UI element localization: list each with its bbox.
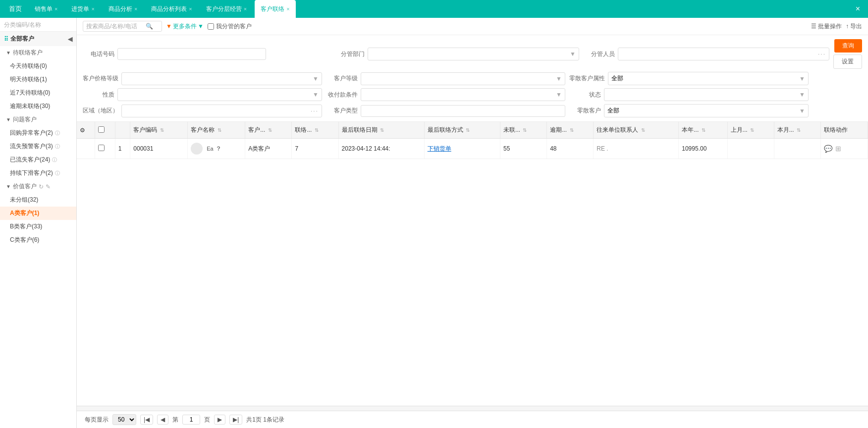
col-last-contact-date-header[interactable]: 最后联络日期 ⇅ xyxy=(338,122,424,139)
qr-icon[interactable]: ⊞ xyxy=(835,145,841,153)
cell-last-contact-method[interactable]: 下销货单 xyxy=(424,139,500,159)
col-settings[interactable]: ⚙ xyxy=(77,122,95,139)
sidebar-collapse-button[interactable]: ◀ xyxy=(68,36,72,43)
filter-field-manager: 分管人员 ··· xyxy=(583,48,829,60)
close-goods-analysis-list-tab[interactable]: × xyxy=(189,6,192,12)
nav-tab-sales[interactable]: 销售单 × xyxy=(29,0,63,18)
col-category-header[interactable]: 客户... ⇅ xyxy=(245,122,292,139)
sidebar-item-today[interactable]: 今天待联络(0) xyxy=(0,59,76,73)
retail-attr-select[interactable]: 全部 ▼ xyxy=(608,72,809,85)
select-all-checkbox[interactable] xyxy=(98,126,105,133)
sidebar-group-problem-customers[interactable]: ▼ 问题客户 xyxy=(0,113,76,126)
sidebar-item-c-class[interactable]: C类客户(6) xyxy=(0,233,76,247)
col-this-year-header[interactable]: 本年... ⇅ xyxy=(679,122,727,139)
close-customer-contact-tab[interactable]: × xyxy=(286,6,289,12)
retail-customer-select[interactable]: 全部 ▼ xyxy=(604,104,809,117)
nav-tab-home[interactable]: 首页 xyxy=(4,4,27,13)
last-page-button[interactable]: ▶| xyxy=(229,415,242,425)
filter-field-phone: 电话号码 xyxy=(83,48,329,60)
horizontal-scrollbar[interactable] xyxy=(77,406,868,411)
cell-no-contact: 55 xyxy=(500,139,547,159)
col-this-month-header[interactable]: 本月... ⇅ xyxy=(774,122,820,139)
info-icon: ⓘ xyxy=(52,157,57,163)
filter-btn-group: 查询 设置 xyxy=(833,39,862,69)
search-button[interactable]: 查询 xyxy=(834,39,862,53)
first-page-button[interactable]: |◀ xyxy=(140,415,153,425)
sidebar-item-7days[interactable]: 近7天待联络(0) xyxy=(0,86,76,100)
sidebar-item-unclassified[interactable]: 未分组(32) xyxy=(0,193,76,207)
page-label: 第 xyxy=(172,416,178,424)
nav-tab-goods-analysis-list[interactable]: 商品分析列表 × xyxy=(145,0,198,18)
sort-icon: ⇅ xyxy=(797,127,801,133)
col-code-header[interactable]: 客户编码 ⇅ xyxy=(130,122,188,139)
col-last-month-header[interactable]: 上月... ⇅ xyxy=(727,122,774,139)
sort-icon: ⇅ xyxy=(641,127,645,133)
filter-search-input[interactable] xyxy=(86,23,146,30)
sidebar-item-b-class[interactable]: B类客户(33) xyxy=(0,220,76,233)
close-goods-analysis-tab[interactable]: × xyxy=(134,6,137,12)
chat-icon[interactable]: 💬 xyxy=(824,145,832,153)
row-checkbox[interactable] xyxy=(98,145,105,151)
col-name-header[interactable]: 客户名称 ⇅ xyxy=(188,122,245,139)
price-grade-select[interactable]: ▼ xyxy=(121,72,322,85)
region-select[interactable]: ··· xyxy=(121,105,322,117)
col-contact-header[interactable]: 联络... ⇅ xyxy=(292,122,338,139)
sidebar-search-bar: 🔍 xyxy=(0,18,76,32)
nav-tab-customer-segment[interactable]: 客户分层经营 × xyxy=(200,0,253,18)
sidebar-item-overdue[interactable]: 逾期未联络(30) xyxy=(0,100,76,113)
sidebar-item-tomorrow[interactable]: 明天待联络(1) xyxy=(0,73,76,86)
status-select[interactable]: ▼ xyxy=(604,88,809,101)
dots-icon: ··· xyxy=(311,107,319,114)
next-page-button[interactable]: ▶ xyxy=(214,415,225,425)
close-all-tabs[interactable]: × xyxy=(852,4,864,13)
customer-type-input[interactable] xyxy=(361,105,565,117)
col-overdue-header[interactable]: 逾期... ⇅ xyxy=(547,122,594,139)
my-customers-checkbox[interactable] xyxy=(208,23,214,30)
export-button[interactable]: ↑ 导出 xyxy=(846,22,862,31)
cell-checkbox[interactable] xyxy=(95,139,115,159)
settings-button[interactable]: 设置 xyxy=(833,54,862,69)
top-navigation: 首页 销售单 × 进货单 × 商品分析 × 商品分析列表 × 客户分层经营 × … xyxy=(0,0,868,18)
col-prev-unit-contact-header[interactable]: 往来单位联系人 ⇅ xyxy=(594,122,679,139)
sidebar-item-continuous-decline[interactable]: 持续下滑客户(2) ⓘ xyxy=(0,166,76,180)
page-input[interactable] xyxy=(182,415,200,425)
customer-grade-label: 客户等级 xyxy=(326,74,361,83)
customer-grade-select[interactable]: ▼ xyxy=(361,72,565,85)
nav-tab-customer-contact[interactable]: 客户联络 × xyxy=(255,0,295,18)
sidebar-item-a-class[interactable]: A类客户(1) xyxy=(0,207,76,220)
dept-select[interactable]: ▼ xyxy=(368,48,579,60)
nature-select[interactable]: ▼ xyxy=(117,88,322,101)
sidebar-search-input[interactable] xyxy=(4,21,77,28)
sidebar-item-loss-risk[interactable]: 流失预警客户(3) ⓘ xyxy=(0,140,76,153)
phone-input[interactable] xyxy=(117,48,266,60)
manager-select[interactable]: ··· xyxy=(618,48,829,60)
edit-icon[interactable]: ✎ xyxy=(46,183,51,190)
cell-last-contact-date: 2023-04-12 14:44: xyxy=(338,139,424,159)
filter-search-icon[interactable]: 🔍 xyxy=(146,23,153,30)
batch-op-button[interactable]: ☰ 批量操作 xyxy=(811,22,842,31)
sidebar-group-value-customers[interactable]: ▼ 价值客户 ↻ ✎ xyxy=(0,180,76,193)
retail-attr-label: 零散客户属性 xyxy=(569,74,608,83)
close-sales-tab[interactable]: × xyxy=(54,6,57,12)
sidebar-item-repurchase-abnormal[interactable]: 回购异常客户(2) ⓘ xyxy=(0,126,76,140)
filter-more-conditions[interactable]: ▼ 更多条件 ▼ xyxy=(166,22,204,31)
col-last-contact-method-header[interactable]: 最后联络方式 ⇅ xyxy=(424,122,500,139)
close-customer-segment-tab[interactable]: × xyxy=(244,6,247,12)
contact-method-link[interactable]: 下销货单 xyxy=(428,145,451,152)
sidebar-group-pending-contact[interactable]: ▼ 待联络客户 xyxy=(0,46,76,59)
bottom-bar: 每页显示 50 |◀ ◀ 第 页 ▶ ▶| 共1页 1条记录 xyxy=(77,411,868,428)
nav-tab-goods-analysis[interactable]: 商品分析 × xyxy=(103,0,143,18)
page-size-select[interactable]: 50 xyxy=(112,414,136,425)
refresh-icon[interactable]: ↻ xyxy=(39,183,44,190)
export-icon: ↑ xyxy=(846,23,849,30)
close-purchase-tab[interactable]: × xyxy=(91,6,94,12)
nav-tab-purchase[interactable]: 进货单 × xyxy=(65,0,100,18)
payment-select[interactable]: ▼ xyxy=(361,88,565,101)
sidebar-item-lost[interactable]: 已流失客户(24) ⓘ xyxy=(0,153,76,166)
col-no-contact-header[interactable]: 未联... ⇅ xyxy=(500,122,547,139)
sidebar-all-customers-header: ⠿ 全部客户 ◀ xyxy=(0,32,76,46)
col-checkbox-header[interactable] xyxy=(95,122,115,139)
prev-page-button[interactable]: ◀ xyxy=(157,415,168,425)
cell-seq: 1 xyxy=(115,139,130,159)
main-layout: 🔍 ⠿ 全部客户 ◀ ▼ 待联络客户 今天待联络(0) 明天待联络(1) 近7天… xyxy=(0,18,868,428)
